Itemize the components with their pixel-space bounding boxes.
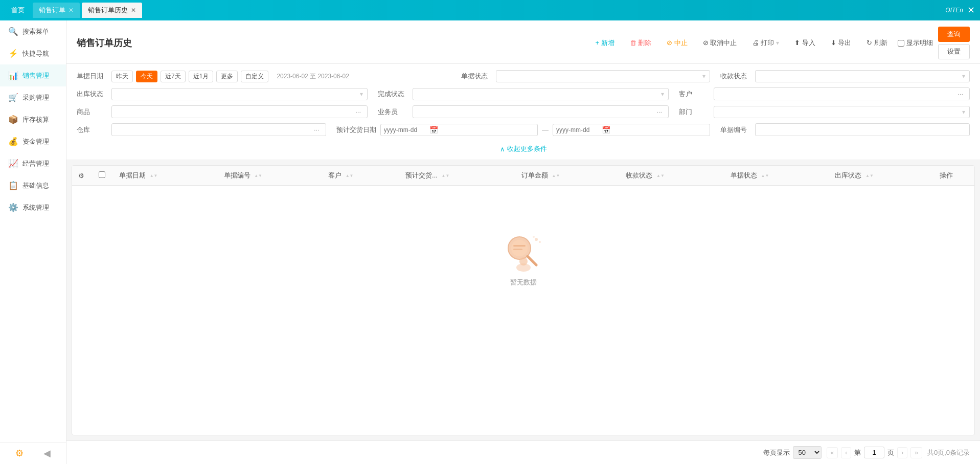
warehouse-select[interactable]: ··· bbox=[111, 123, 326, 136]
top-close-icon[interactable]: ✕ bbox=[967, 5, 975, 16]
pay-status-label: 收款状态 bbox=[720, 72, 751, 81]
tab-sales-order[interactable]: 销售订单 ✕ bbox=[33, 3, 80, 18]
import-button[interactable]: ⬆ 导入 bbox=[789, 36, 821, 50]
cal-to-icon[interactable]: 📅 bbox=[602, 126, 610, 134]
order-status-select[interactable]: ▾ bbox=[496, 70, 711, 82]
date-yesterday[interactable]: 昨天 bbox=[111, 71, 133, 82]
cancel-stop-button[interactable]: ⊘ 取消中止 bbox=[698, 36, 742, 50]
col-settings[interactable]: ⚙ bbox=[72, 166, 93, 186]
sidebar-item-sales-mgmt[interactable]: 📊 销售管理 bbox=[0, 64, 66, 86]
col-out-status-label: 出库状态 bbox=[835, 171, 861, 179]
collapse-row[interactable]: ∧ 收起更多条件 bbox=[77, 141, 970, 153]
customer-dots[interactable]: ··· bbox=[955, 90, 965, 98]
filter-out-status: 出库状态 ▾ bbox=[77, 88, 368, 100]
last-page-button[interactable]: » bbox=[910, 447, 922, 458]
col-expected-date[interactable]: 预计交货... ▲▼ bbox=[399, 166, 515, 186]
col-customer[interactable]: 客户 ▲▼ bbox=[322, 166, 399, 186]
print-button[interactable]: 🖨 打印 ▾ bbox=[747, 36, 785, 50]
col-customer-label: 客户 bbox=[328, 171, 341, 179]
sidebar-item-sys-mgmt[interactable]: ⚙️ 系统管理 bbox=[0, 196, 66, 218]
sales-rep-dots[interactable]: ··· bbox=[654, 108, 664, 116]
often-label: OfTEn bbox=[945, 7, 963, 14]
amount-sort-icon: ▲▼ bbox=[552, 174, 560, 178]
col-order-status[interactable]: 单据状态 ▲▼ bbox=[724, 166, 829, 186]
tab-sales-order-history[interactable]: 销售订单历史 ✕ bbox=[82, 3, 142, 18]
settings-button[interactable]: 设置 bbox=[938, 44, 970, 59]
date-more[interactable]: 更多 bbox=[216, 71, 238, 82]
tab-home-label: 首页 bbox=[11, 6, 25, 15]
col-out-status[interactable]: 出库状态 ▲▼ bbox=[829, 166, 933, 186]
warehouse-label: 仓库 bbox=[77, 125, 107, 135]
svg-point-9 bbox=[519, 257, 528, 266]
cal-from-icon[interactable]: 📅 bbox=[429, 126, 438, 134]
expected-date-from[interactable] bbox=[384, 126, 427, 134]
date-7days[interactable]: 近7天 bbox=[161, 71, 186, 82]
complete-status-select[interactable]: ▾ bbox=[413, 88, 669, 100]
sidebar-item-basic-info[interactable]: 📋 基础信息 bbox=[0, 174, 66, 196]
display-toggle-checkbox[interactable] bbox=[898, 40, 904, 47]
order-no-input[interactable] bbox=[755, 123, 970, 136]
tab-sales-order-history-close[interactable]: ✕ bbox=[131, 7, 136, 14]
basic-info-icon: 📋 bbox=[8, 181, 18, 190]
page-number-input[interactable]: 1 bbox=[864, 447, 884, 458]
tab-sales-order-close[interactable]: ✕ bbox=[69, 7, 74, 14]
inventory-icon: 📦 bbox=[8, 115, 18, 124]
stop-button[interactable]: ⊘ 中止 bbox=[662, 36, 693, 50]
page-header: 销售订单历史 + 新增 🗑 删除 ⊘ 中止 ⊘ 取消中止 🖨 打印 ▾ ⬆ 导入… bbox=[66, 20, 980, 64]
col-pay-status[interactable]: 收款状态 ▲▼ bbox=[620, 166, 724, 186]
sidebar-item-search-menu[interactable]: 🔍 搜索菜单 bbox=[0, 20, 66, 42]
product-dots[interactable]: ··· bbox=[353, 108, 363, 116]
date-custom[interactable]: 自定义 bbox=[241, 71, 268, 82]
filter-warehouse: 仓库 ··· bbox=[77, 123, 326, 136]
out-status-chevron: ▾ bbox=[360, 91, 363, 98]
sidebar-item-inventory[interactable]: 📦 库存核算 bbox=[0, 108, 66, 130]
sidebar-bottom: ⚙ ◀ bbox=[0, 442, 66, 464]
tab-home[interactable]: 首页 bbox=[5, 3, 31, 18]
next-page-button[interactable]: › bbox=[897, 447, 907, 458]
out-status-sort-icon: ▲▼ bbox=[865, 174, 874, 178]
pay-status-select[interactable]: ▾ bbox=[755, 70, 970, 82]
svg-rect-3 bbox=[513, 245, 526, 247]
order-status-label: 单据状态 bbox=[461, 72, 492, 81]
print-label: 🖨 打印 bbox=[753, 38, 774, 48]
first-page-button[interactable]: « bbox=[827, 447, 838, 458]
col-amount[interactable]: 订单金额 ▲▼ bbox=[515, 166, 620, 186]
sidebar-item-operations[interactable]: 📈 经营管理 bbox=[0, 152, 66, 174]
date-today[interactable]: 今天 bbox=[136, 71, 157, 82]
sidebar-settings-icon[interactable]: ⚙ bbox=[15, 448, 24, 459]
customer-select[interactable]: ··· bbox=[714, 87, 970, 100]
warehouse-dots[interactable]: ··· bbox=[312, 126, 322, 134]
new-button[interactable]: + 新增 bbox=[590, 36, 619, 50]
sidebar-item-quick-nav-label: 快捷导航 bbox=[22, 49, 49, 58]
sales-rep-select[interactable]: ··· bbox=[413, 105, 669, 118]
sidebar-item-quick-nav[interactable]: ⚡ 快捷导航 bbox=[0, 42, 66, 64]
dept-select[interactable]: ▾ bbox=[714, 106, 970, 118]
order-status-sort-icon: ▲▼ bbox=[761, 174, 769, 178]
select-all-checkbox[interactable] bbox=[99, 171, 105, 178]
sales-rep-label: 业务员 bbox=[378, 107, 408, 117]
col-order-no[interactable]: 单据编号 ▲▼ bbox=[218, 166, 323, 186]
tab-sales-order-label: 销售订单 bbox=[39, 6, 65, 15]
filter-pay-status: 收款状态 ▾ bbox=[720, 70, 970, 82]
refresh-button[interactable]: ↻ 刷新 bbox=[861, 36, 893, 50]
empty-illustration bbox=[498, 227, 549, 278]
expected-date-to[interactable] bbox=[556, 126, 600, 134]
sidebar-item-finance[interactable]: 💰 资金管理 bbox=[0, 130, 66, 152]
sidebar-item-purchase-mgmt[interactable]: 🛒 采购管理 bbox=[0, 86, 66, 108]
delete-button[interactable]: 🗑 删除 bbox=[625, 36, 657, 50]
filter-customer: 客户 ··· bbox=[679, 87, 970, 100]
export-button[interactable]: ⬇ 导出 bbox=[826, 36, 857, 50]
product-select[interactable]: ··· bbox=[111, 105, 368, 118]
main-layout: 🔍 搜索菜单 ⚡ 快捷导航 📊 销售管理 🛒 采购管理 📦 库存核算 💰 资金管… bbox=[0, 20, 980, 464]
query-button[interactable]: 查询 bbox=[938, 27, 970, 42]
date-1month[interactable]: 近1月 bbox=[189, 71, 214, 82]
col-checkbox bbox=[93, 166, 113, 186]
per-page-select[interactable]: 20 50 100 bbox=[793, 446, 822, 459]
display-toggle[interactable]: 显示明细 bbox=[898, 38, 933, 48]
table-body: 暂无数据 bbox=[72, 186, 974, 328]
col-date[interactable]: 单据日期 ▲▼ bbox=[113, 166, 218, 186]
prev-page-button[interactable]: ‹ bbox=[841, 447, 851, 458]
display-toggle-label: 显示明细 bbox=[906, 38, 933, 48]
sidebar-expand-icon[interactable]: ◀ bbox=[43, 448, 51, 459]
out-status-select[interactable]: ▾ bbox=[111, 88, 368, 100]
